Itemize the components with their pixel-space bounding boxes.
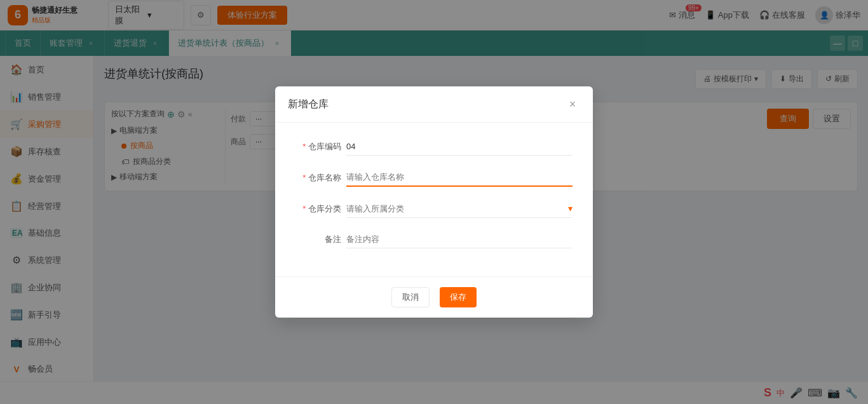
required-mark3: * <box>302 204 306 213</box>
required-mark2: * <box>302 173 306 182</box>
category-input[interactable] <box>346 204 568 213</box>
category-label: * 仓库分类 <box>295 203 346 215</box>
name-input[interactable] <box>346 168 573 187</box>
dialog-new-warehouse: 新增仓库 × * 仓库编码 * 仓库名称 <box>275 86 593 318</box>
dialog-close-button[interactable]: × <box>565 97 580 112</box>
cancel-button[interactable]: 取消 <box>391 287 430 307</box>
required-mark: * <box>302 142 306 151</box>
name-label: * 仓库名称 <box>295 172 346 184</box>
form-row-name: * 仓库名称 <box>295 168 573 187</box>
form-row-code: * 仓库编码 <box>295 138 573 156</box>
code-label: * 仓库编码 <box>295 141 346 152</box>
modal-overlay: 新增仓库 × * 仓库编码 * 仓库名称 <box>0 0 868 404</box>
category-select[interactable]: ▾ <box>346 199 573 218</box>
code-input[interactable] <box>346 138 573 156</box>
form-row-remark: 备注 <box>295 231 573 248</box>
dialog-body: * 仓库编码 * 仓库名称 * 仓库分类 <box>275 123 593 276</box>
category-arrow-icon: ▾ <box>568 203 573 213</box>
remark-input[interactable] <box>346 231 573 248</box>
form-row-category: * 仓库分类 ▾ <box>295 199 573 218</box>
dialog-title: 新增仓库 <box>288 98 329 111</box>
save-button[interactable]: 保存 <box>440 287 477 307</box>
dialog-footer: 取消 保存 <box>275 276 593 318</box>
dialog-header: 新增仓库 × <box>275 86 593 123</box>
remark-label: 备注 <box>295 234 346 245</box>
